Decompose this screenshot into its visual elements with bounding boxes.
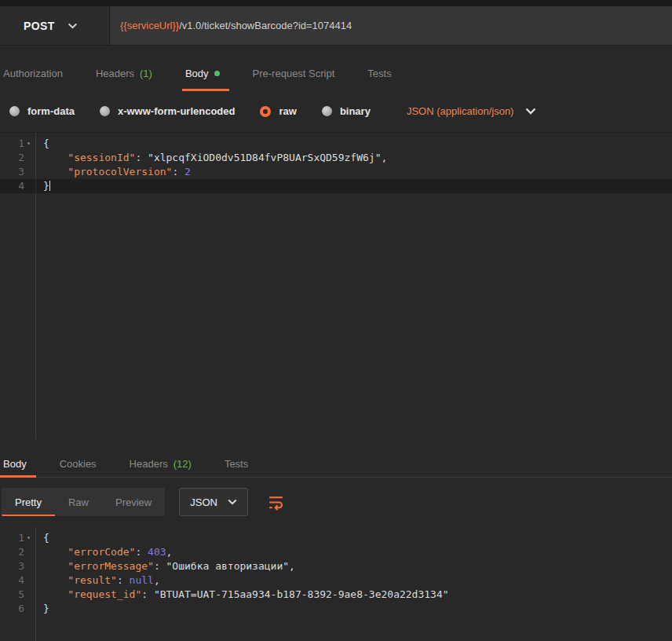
body-mode-binary[interactable]: binary xyxy=(322,105,371,117)
tab-label: Headers xyxy=(96,68,134,79)
code-text: "sessionId": "xlpcqfXiOD0dv51D84fvP8UArS… xyxy=(35,151,387,165)
body-mode-raw[interactable]: raw xyxy=(260,105,296,117)
token-str: "BTUAT=UAT-715aa934-b187-8392-9ae8-3e20a… xyxy=(154,588,449,600)
body-mode-label: binary xyxy=(340,105,371,117)
line-number: 4 xyxy=(0,573,35,588)
response-tabs: BodyCookiesHeaders(12)Tests xyxy=(0,439,672,478)
line-number-text: 1 xyxy=(18,137,24,151)
line-number-text: 6 xyxy=(18,602,24,616)
request-tabs: AuthorizationHeaders(1)BodyPre-request S… xyxy=(0,46,672,90)
token-punct: { xyxy=(43,137,49,149)
response-body-editor[interactable]: 1▾{2 "errorCode": 403,3 "errorMessage": … xyxy=(0,526,672,641)
radio-icon xyxy=(260,106,271,117)
chevron-down-icon xyxy=(228,499,237,505)
response-code-line[interactable]: 1▾{ xyxy=(0,531,672,545)
line-number: 2 xyxy=(0,151,35,165)
request-tab-authorization[interactable]: Authorization xyxy=(2,46,72,90)
tab-label: Headers xyxy=(130,458,168,470)
response-format-label: JSON xyxy=(190,496,217,508)
green-dot-icon xyxy=(214,71,220,76)
fold-caret-icon: ▾ xyxy=(24,137,33,151)
request-code-line[interactable]: 2 "sessionId": "xlpcqfXiOD0dv51D84fvP8UA… xyxy=(0,151,672,165)
response-tab-body[interactable]: Body xyxy=(2,439,36,477)
code-text: "protocolVersion": 2 xyxy=(35,165,191,179)
line-number: 3 xyxy=(0,165,35,179)
url-input[interactable]: {{serviceUrl}}/v1.0/ticket/showBarcode?i… xyxy=(110,6,672,45)
content-type-label: JSON (application/json) xyxy=(407,105,514,117)
response-controls: PrettyRawPreview JSON xyxy=(0,478,672,526)
request-body-editor[interactable]: 1▾{2 "sessionId": "xlpcqfXiOD0dv51D84fvP… xyxy=(0,133,672,439)
token-punct: , xyxy=(381,152,387,163)
request-tab-tests[interactable]: Tests xyxy=(366,46,400,90)
token-str: "Ошибка авторизации" xyxy=(166,560,290,572)
token-punct: : xyxy=(141,588,154,600)
response-tab-headers[interactable]: Headers(12) xyxy=(128,439,201,477)
response-code-line[interactable]: 3 "errorMessage": "Ошибка авторизации", xyxy=(0,559,672,573)
body-mode-label: form-data xyxy=(27,105,75,117)
tab-label: Authorization xyxy=(3,68,63,79)
line-number: 1▾ xyxy=(0,531,35,545)
body-mode-x-www-form-urlencoded[interactable]: x-www-form-urlencoded xyxy=(100,105,236,117)
request-code-line[interactable]: 4} xyxy=(0,179,672,193)
token-key: "protocolVersion" xyxy=(68,166,172,178)
line-number-text: 3 xyxy=(18,165,24,179)
response-code-line[interactable]: 4 "result": null, xyxy=(0,573,672,588)
url-path: /v1.0/ticket/showBarcode?id=1074414 xyxy=(179,20,352,31)
response-tab-cookies[interactable]: Cookies xyxy=(58,439,106,477)
method-selector[interactable]: POST xyxy=(0,6,110,45)
token-punct: } xyxy=(43,603,49,614)
code-text: "result": null, xyxy=(35,573,160,588)
line-number: 5 xyxy=(0,588,35,602)
token-punct: } xyxy=(43,180,49,192)
response-format-selector[interactable]: JSON xyxy=(179,488,248,516)
line-number-text: 5 xyxy=(18,588,24,602)
tab-label: Body xyxy=(3,458,27,470)
wrap-lines-icon[interactable] xyxy=(264,489,289,515)
token-punct: , xyxy=(154,574,160,586)
token-key: "errorMessage" xyxy=(68,560,154,572)
token-str: "xlpcqfXiOD0dv51D84fvP8UArSxQD59zfW6j" xyxy=(148,152,381,163)
tab-count-badge: (1) xyxy=(140,68,152,79)
tab-label: Cookies xyxy=(60,458,97,470)
view-mode-preview[interactable]: Preview xyxy=(102,488,165,516)
line-number: 6 xyxy=(0,602,35,616)
body-mode-form-data[interactable]: form-data xyxy=(9,105,75,117)
response-code-line[interactable]: 2 "errorCode": 403, xyxy=(0,545,672,559)
line-number-text: 2 xyxy=(18,151,24,165)
token-key: "errorCode" xyxy=(68,546,135,558)
line-number: 4 xyxy=(0,179,35,193)
tab-count-badge: (12) xyxy=(173,458,192,470)
text-cursor xyxy=(49,181,51,191)
line-number: 3 xyxy=(0,559,35,573)
request-url-bar: POST {{serviceUrl}}/v1.0/ticket/showBarc… xyxy=(0,6,672,46)
token-punct: : xyxy=(135,152,148,163)
code-text: { xyxy=(35,531,49,545)
token-key: "request_id" xyxy=(68,588,141,600)
response-code-line[interactable]: 5 "request_id": "BTUAT=UAT-715aa934-b187… xyxy=(0,588,672,602)
token-punct xyxy=(43,574,68,586)
token-num: 403 xyxy=(148,546,166,558)
request-tab-pre-request-script[interactable]: Pre-request Script xyxy=(251,46,345,90)
tab-label: Tests xyxy=(225,458,248,470)
line-number-text: 1 xyxy=(18,531,24,545)
request-code-line[interactable]: 3 "protocolVersion": 2 xyxy=(0,165,672,179)
token-punct: , xyxy=(289,560,295,572)
chevron-down-icon xyxy=(525,108,536,115)
code-text: "request_id": "BTUAT=UAT-715aa934-b187-8… xyxy=(35,588,449,602)
request-code-line[interactable]: 1▾{ xyxy=(0,137,672,151)
top-strip xyxy=(0,0,672,6)
token-punct: { xyxy=(43,532,49,544)
token-lit: null xyxy=(130,574,154,586)
request-tab-body[interactable]: Body xyxy=(184,46,229,90)
response-code-line[interactable]: 6} xyxy=(0,602,672,616)
response-tab-tests[interactable]: Tests xyxy=(223,439,257,477)
content-type-selector[interactable]: JSON (application/json) xyxy=(407,105,537,117)
code-text: "errorCode": 403, xyxy=(35,545,172,559)
request-tab-headers[interactable]: Headers(1) xyxy=(94,46,162,90)
view-mode-pretty[interactable]: Pretty xyxy=(2,488,55,516)
token-punct: : xyxy=(135,546,148,558)
line-number: 1▾ xyxy=(0,137,35,151)
line-number: 2 xyxy=(0,545,35,559)
code-text: { xyxy=(35,137,49,151)
view-mode-raw[interactable]: Raw xyxy=(55,488,102,516)
